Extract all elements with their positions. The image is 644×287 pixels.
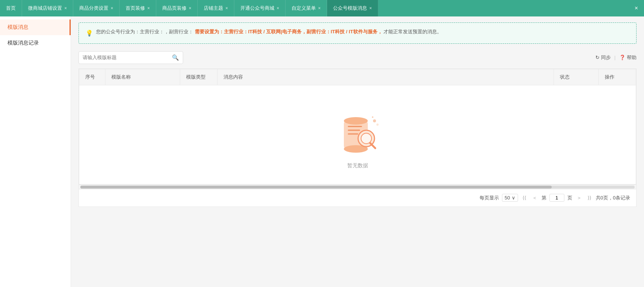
nav-close-product-page[interactable]: × (189, 6, 191, 11)
pagination: 每页显示 50 ∨ ⟨⟨ ＜ 第 页 ＞ ⟩⟩ 共0页，0条记录 (78, 189, 637, 207)
col-header-status: 状态 (554, 69, 599, 85)
col-header-content: 消息内容 (218, 69, 554, 85)
sync-button[interactable]: ↻ 同步 (595, 54, 611, 61)
scroll-thumb[interactable] (80, 186, 552, 189)
help-button[interactable]: ❓ 帮助 (619, 54, 637, 61)
nav-item-shop-settings[interactable]: 微商城店铺设置 × (22, 0, 73, 16)
sidebar: 模版消息 模版消息记录 (0, 16, 71, 287)
nav-close-template-msg[interactable]: × (369, 6, 372, 11)
svg-point-10 (373, 119, 376, 122)
empty-illustration (333, 108, 382, 156)
empty-state-row: 暂无数据 (79, 85, 636, 184)
sidebar-label-template-msg-record: 模版消息记录 (7, 40, 39, 46)
help-label: 帮助 (627, 54, 637, 61)
nav-item-home[interactable]: 首页 (0, 0, 22, 16)
nav-close-all-button[interactable]: × (635, 5, 638, 12)
svg-point-2 (344, 117, 368, 125)
info-banner-highlight: 需要设置为：主营行业：IT科技 / 互联网|电子商务，副营行业：IT科技 / I… (195, 29, 382, 34)
nav-label-custom-menu: 自定义菜单 (292, 5, 316, 12)
nav-label-theme: 店铺主题 (204, 5, 223, 12)
last-page-button[interactable]: ⟩⟩ (586, 194, 593, 201)
col-header-type: 模版类型 (180, 69, 218, 85)
scroll-track[interactable] (80, 186, 635, 189)
empty-state: 暂无数据 (79, 85, 636, 184)
nav-label-template-msg: 公众号模版消息 (333, 5, 367, 12)
page-label-pre: 第 (542, 195, 546, 201)
page-size-label: 每页显示 (480, 195, 499, 201)
sidebar-label-template-msg: 模版消息 (7, 24, 28, 30)
sidebar-item-template-msg-record[interactable]: 模版消息记录 (0, 35, 71, 51)
sidebar-item-template-msg[interactable]: 模版消息 (0, 19, 71, 35)
nav-item-open-mall[interactable]: 开通公众号商城 × (234, 0, 286, 16)
empty-text: 暂无数据 (347, 162, 368, 169)
nav-close-theme[interactable]: × (225, 6, 228, 11)
nav-item-custom-menu[interactable]: 自定义菜单 × (286, 0, 327, 16)
nav-label-product-page: 商品页装修 (162, 5, 187, 12)
nav-label-open-mall: 开通公众号商城 (240, 5, 274, 12)
table-container: 序号 模版名称 模版类型 消息内容 状态 (78, 68, 637, 189)
nav-label-shop-settings: 微商城店铺设置 (28, 5, 62, 12)
search-bar: 🔍 ↻ 同步 | ❓ 帮助 (78, 51, 637, 64)
nav-item-theme[interactable]: 店铺主题 × (198, 0, 234, 16)
info-banner-prefix: 您的公众号行业为：主营行业：，副营行业： (96, 29, 193, 34)
nav-close-homepage[interactable]: × (147, 6, 150, 11)
nav-label-home: 首页 (6, 5, 16, 12)
first-page-button[interactable]: ⟨⟨ (521, 194, 528, 201)
nav-item-template-msg[interactable]: 公众号模版消息 × (327, 0, 378, 16)
next-page-button[interactable]: ＞ (575, 194, 583, 202)
page-number-input[interactable] (549, 194, 564, 202)
total-records-label: 共0页，0条记录 (596, 195, 630, 201)
col-header-index: 序号 (79, 69, 105, 85)
top-nav: 首页 微商城店铺设置 × 商品分类设置 × 首页装修 × 商品页装修 × 店铺主… (0, 0, 644, 16)
nav-close-category[interactable]: × (111, 6, 113, 11)
chevron-down-icon: ∨ (512, 195, 515, 201)
nav-label-category: 商品分类设置 (79, 5, 108, 12)
nav-close-open-mall[interactable]: × (277, 6, 279, 11)
svg-point-11 (376, 123, 379, 126)
help-icon: ❓ (619, 55, 625, 60)
page-size-select[interactable]: 50 ∨ (502, 194, 518, 202)
svg-point-12 (372, 116, 373, 118)
nav-item-product-page[interactable]: 商品页装修 × (156, 0, 198, 16)
search-icon[interactable]: 🔍 (172, 54, 179, 61)
page-size-value: 50 (505, 195, 510, 201)
nav-close-shop-settings[interactable]: × (64, 6, 67, 11)
lightbulb-icon: 💡 (86, 28, 93, 38)
toolbar-divider: | (614, 55, 616, 60)
search-input-wrap[interactable]: 🔍 (78, 51, 183, 64)
search-input[interactable] (83, 55, 172, 60)
info-banner-suffix: 才能正常发送预置的消息。 (383, 29, 442, 34)
nav-close-custom-menu[interactable]: × (318, 6, 321, 11)
toolbar-right: ↻ 同步 | ❓ 帮助 (595, 54, 637, 61)
sync-label: 同步 (601, 54, 611, 61)
page-label-post: 页 (567, 195, 572, 201)
nav-label-homepage: 首页装修 (126, 5, 145, 12)
col-header-name: 模版名称 (105, 69, 180, 85)
col-header-action: 操作 (599, 69, 636, 85)
nav-item-homepage[interactable]: 首页装修 × (120, 0, 156, 16)
content-area: 💡 您的公众号行业为：主营行业：，副营行业： 需要设置为：主营行业：IT科技 /… (71, 16, 644, 287)
data-table: 序号 模版名称 模版类型 消息内容 状态 (79, 69, 636, 184)
sync-icon: ↻ (595, 55, 600, 60)
main-layout: 模版消息 模版消息记录 💡 您的公众号行业为：主营行业：，副营行业： 需要设置为… (0, 16, 644, 287)
nav-item-category[interactable]: 商品分类设置 × (73, 0, 120, 16)
table-header-row: 序号 模版名称 模版类型 消息内容 状态 (79, 69, 636, 85)
prev-page-button[interactable]: ＜ (531, 194, 539, 202)
info-banner: 💡 您的公众号行业为：主营行业：，副营行业： 需要设置为：主营行业：IT科技 /… (78, 22, 637, 44)
horizontal-scrollbar[interactable] (79, 184, 636, 189)
